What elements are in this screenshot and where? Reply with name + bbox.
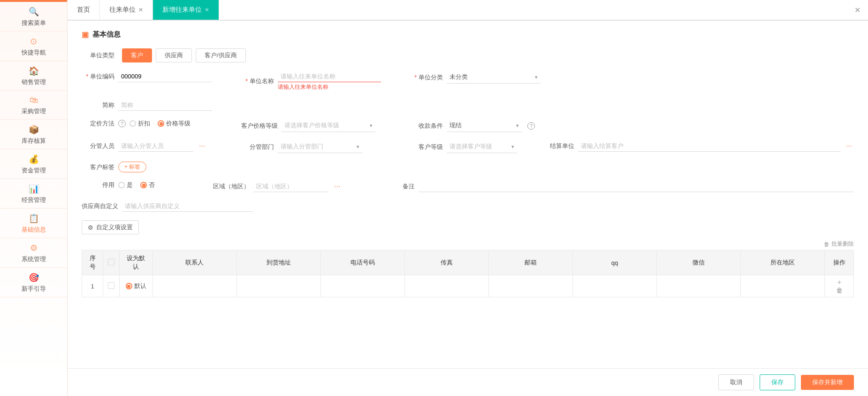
supplier-custom-row: 供应商自定义 xyxy=(82,201,854,212)
settlement-unit-input[interactable] xyxy=(578,140,840,152)
disable-yes-radio xyxy=(118,182,125,188)
payment-terms-chevron-icon: ▾ xyxy=(516,123,519,129)
add-tag-label: + 标签 xyxy=(124,163,140,171)
tab-partners[interactable]: 往来单位 ✕ xyxy=(100,0,153,20)
sales-icon: 🏠 xyxy=(29,66,39,76)
customer-level-placeholder: 请选择客户等级 xyxy=(449,142,510,151)
manager-more-icon[interactable]: ··· xyxy=(197,142,207,150)
unit-name-input[interactable] xyxy=(278,71,381,82)
department-select[interactable]: 请输入分管部门 ▾ xyxy=(278,140,362,153)
sidebar-item-label: 新手引导 xyxy=(22,285,46,293)
customer-price-level-placeholder: 请选择客户价格等级 xyxy=(284,121,368,130)
sidebar-item-guide[interactable]: 🎯 新手引导 xyxy=(0,268,67,297)
payment-help-icon[interactable]: ? xyxy=(527,122,535,130)
section-title: 基本信息 xyxy=(92,30,121,39)
pricing-discount[interactable]: 折扣 xyxy=(129,119,150,128)
wechat-input[interactable] xyxy=(662,281,736,292)
region-label: 区域（地区） xyxy=(213,182,250,191)
unit-type-both[interactable]: 客户/供应商 xyxy=(196,48,246,62)
settlement-more-icon[interactable]: ··· xyxy=(844,142,854,150)
cell-qq xyxy=(572,275,656,297)
default-radio-item[interactable]: 默认 xyxy=(124,282,147,290)
cancel-button[interactable]: 取消 xyxy=(718,374,754,390)
pricing-price-level[interactable]: 价格等级 xyxy=(158,119,190,128)
cell-default[interactable]: 默认 xyxy=(120,275,152,297)
sidebar-item-finance[interactable]: 💰 资金管理 xyxy=(0,149,67,179)
tab-new-partner-label: 新增往来单位 xyxy=(162,6,202,14)
phone-input[interactable] xyxy=(326,281,400,292)
section-header: ▣ 基本信息 xyxy=(82,30,854,39)
disable-radio-group: 是 否 xyxy=(118,181,155,189)
qq-input[interactable] xyxy=(578,281,652,292)
add-row-icon[interactable]: ＋ xyxy=(836,278,843,286)
contact-table: 序号 设为默认 联系人 到货地址 电话号码 传真 邮箱 qq 微信 所在地区 操… xyxy=(82,250,854,297)
tab-new-partner-close[interactable]: ✕ xyxy=(205,7,209,13)
customer-price-level-select[interactable]: 请选择客户价格等级 ▾ xyxy=(282,119,375,132)
short-name-input[interactable] xyxy=(118,100,212,111)
location-input[interactable] xyxy=(746,281,820,292)
add-tag-button[interactable]: + 标签 xyxy=(118,162,146,172)
disable-yes[interactable]: 是 xyxy=(118,181,133,189)
remark-input[interactable] xyxy=(419,181,854,192)
region-more-icon[interactable]: ··· xyxy=(332,182,342,191)
manager-input[interactable] xyxy=(118,140,193,152)
contact-input[interactable] xyxy=(158,281,232,292)
guide-icon: 🎯 xyxy=(29,272,39,283)
customer-tag-label: 客户标签 xyxy=(82,163,114,171)
delete-row-icon[interactable]: 🗑 xyxy=(836,287,843,294)
custom-settings-button[interactable]: ⚙ 自定义项设置 xyxy=(82,220,139,234)
unit-type-customer[interactable]: 客户 xyxy=(122,48,152,62)
supplier-custom-label: 供应商自定义 xyxy=(82,202,118,210)
disable-no[interactable]: 否 xyxy=(140,181,155,189)
tab-home[interactable]: 首页 xyxy=(68,0,100,20)
settlement-unit-label: 结算单位 xyxy=(541,142,574,150)
pricing-row: 定价方法 ? 折扣 价格等级 客户价格等级 请选择客户价格等级 xyxy=(82,119,854,132)
short-name-label: 简称 xyxy=(82,101,114,109)
email-input[interactable] xyxy=(494,281,568,292)
customer-level-select[interactable]: 请选择客户等级 ▾ xyxy=(447,140,517,153)
tab-bar-close-btn[interactable]: ✕ xyxy=(847,0,868,20)
sidebar-item-label: 系统管理 xyxy=(22,255,46,264)
select-all-checkbox[interactable] xyxy=(108,259,114,265)
inventory-icon: 📦 xyxy=(29,124,39,135)
sidebar-item-purchase[interactable]: 🛍 采购管理 xyxy=(0,91,67,120)
tab-new-partner[interactable]: 新增往来单位 ✕ xyxy=(153,0,219,20)
save-button[interactable]: 保存 xyxy=(760,374,795,390)
tab-partners-label: 往来单位 xyxy=(109,6,136,14)
manager-label: 分管人员 xyxy=(82,142,114,150)
batch-delete-area[interactable]: 🗑 批量删除 xyxy=(82,240,854,248)
delivery-input[interactable] xyxy=(242,281,316,292)
col-phone: 电话号码 xyxy=(320,250,404,275)
pricing-help-icon[interactable]: ? xyxy=(118,120,126,127)
unit-type-supplier[interactable]: 供应商 xyxy=(156,48,192,62)
supplier-custom-input[interactable] xyxy=(122,201,253,212)
col-wechat: 微信 xyxy=(657,250,741,275)
unit-category-select[interactable]: 未分类 ▾ xyxy=(447,71,541,84)
close-icon: ✕ xyxy=(854,6,860,15)
sidebar-item-operations[interactable]: 📊 经营管理 xyxy=(0,179,67,209)
payment-terms-select[interactable]: 现结 ▾ xyxy=(447,119,522,132)
pricing-price-level-label: 价格等级 xyxy=(166,119,190,128)
fax-input[interactable] xyxy=(410,281,484,292)
cell-checkbox xyxy=(103,275,120,297)
region-input[interactable] xyxy=(253,181,328,192)
sidebar-item-label: 基础信息 xyxy=(22,225,46,234)
gear-icon: ⚙ xyxy=(88,224,93,231)
compass-icon: ⊙ xyxy=(30,36,37,47)
cell-seq: 1 xyxy=(82,275,103,297)
save-new-button[interactable]: 保存并新增 xyxy=(801,375,854,390)
col-qq: qq xyxy=(572,250,656,275)
sidebar-item-label: 搜索菜单 xyxy=(22,19,46,27)
unit-code-input[interactable] xyxy=(118,71,212,82)
sidebar-item-search[interactable]: 🔍 搜索菜单 xyxy=(0,2,67,31)
sidebar-item-label: 采购管理 xyxy=(22,107,46,116)
row-checkbox[interactable] xyxy=(108,282,114,289)
sidebar-item-quicknav[interactable]: ⊙ 快捷导航 xyxy=(0,31,67,61)
sidebar-item-system[interactable]: ⚙ 系统管理 xyxy=(0,238,67,268)
remark-label: 备注 xyxy=(382,182,415,191)
sidebar-item-sales[interactable]: 🏠 销售管理 xyxy=(0,61,67,91)
sidebar-item-basic[interactable]: 📋 基础信息 xyxy=(0,209,67,238)
category-chevron-icon: ▾ xyxy=(535,74,538,80)
sidebar-item-inventory[interactable]: 📦 库存核算 xyxy=(0,120,67,149)
tab-partners-close[interactable]: ✕ xyxy=(138,7,143,13)
